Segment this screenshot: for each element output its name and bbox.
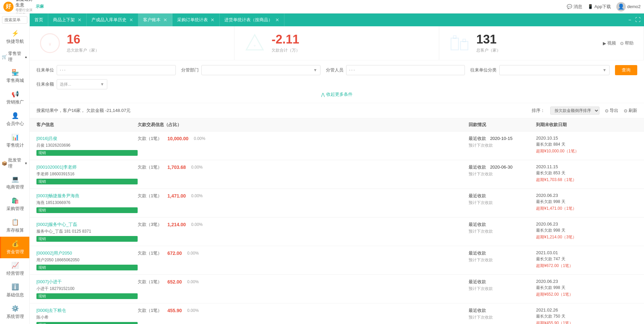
customer-name-4[interactable]: [000002]用户2050 (36, 250, 138, 256)
quick-nav-label: 快捷导航 (6, 38, 24, 45)
debt-row-0: 欠款（1笔） 10,000.00 0.00% (138, 136, 469, 142)
tab-stock-stats-close[interactable]: ✕ (275, 17, 279, 23)
filter-balance-input[interactable]: 选择... ▼ (57, 79, 107, 89)
customer-name-1[interactable]: [0001020001]李老师 (36, 164, 138, 170)
overdue-link-2[interactable]: 超期¥1,471.00（1笔） (536, 206, 637, 211)
table-row: [0002]服务中心_丁磊 服务中心_丁磊 181 0125 8371 现销 欠… (30, 217, 644, 246)
sidebar-item-retail-mall[interactable]: 🏪 零售商城 (0, 65, 29, 87)
debt-ratio-0: 0.00% (194, 136, 205, 141)
debt-row-1: 欠款（1笔） 1,703.68 0.00% (138, 164, 469, 170)
download-button[interactable]: 📱 App下载 (588, 4, 611, 10)
overdue-date-6: 2021.02.26 (536, 307, 637, 313)
sidebar-item-member-center[interactable]: 👤 会员中心 (0, 109, 29, 130)
sidebar: ⚡ 快捷导航 🛒 零售管理 ▲ 🏪 零售商城 📢 营销推广 👤 会员中心 � (0, 13, 30, 324)
filter-dept-input[interactable]: ▼ (201, 65, 320, 75)
filter-area: 往来单位 ··· 分管部门 ▼ (30, 60, 644, 103)
refresh-button[interactable]: ⊙ 刷新 (624, 108, 637, 114)
maximize-icon[interactable]: ⛶ (635, 17, 641, 23)
tab-stock-stats[interactable]: 进货单统计表（按商品） ✕ (220, 13, 284, 26)
minimize-icon[interactable]: － (627, 17, 633, 24)
overdue-days-2: 最长欠款 998 天 (536, 199, 637, 205)
debt-info-0: 欠款（1笔） 10,000.00 0.00% (138, 136, 469, 142)
overdue-link-3[interactable]: 超期¥1,214.00（3笔） (536, 234, 637, 240)
tab-bar: 首页 商品上下架 ✕ 产成品入库单历史 ✕ 客户账本 ✕ 采购订单统计表 ✕ (30, 13, 644, 26)
sidebar-item-system[interactable]: ⚙️ 系统管理 (0, 301, 29, 323)
collapse-button[interactable]: ⋀ 收起更多条件 (36, 89, 637, 99)
customer-name-2[interactable]: [0003]畅捷服务尹海燕 (36, 193, 138, 199)
sidebar-item-basic-info[interactable]: ℹ️ 基础信息 (0, 280, 29, 301)
sort-select[interactable]: 按欠款金额倒序排序 (550, 107, 599, 115)
tab-warehouse-history[interactable]: 产成品入库单历史 ✕ (87, 13, 138, 26)
tab-purchase-stats-close[interactable]: ✕ (211, 17, 215, 23)
results-text: 搜索结果中，客户16家 (36, 108, 81, 113)
debt-info-5: 欠款（1笔） 652.00 0.00% (138, 279, 469, 285)
recovery-info-1: 最近收款 2020-06-30 预计下次收款 (469, 164, 536, 177)
customer-name-5[interactable]: [0007]小进干 (36, 279, 138, 285)
sidebar-item-operations[interactable]: 📈 经营管理 (0, 258, 29, 280)
filter-unit-input[interactable]: ··· (57, 65, 176, 75)
overdue-date-4: 2021.03.01 (536, 250, 637, 255)
tab-customer-ledger[interactable]: 客户账本 ✕ (138, 13, 172, 26)
export-button[interactable]: ⊙ 导出 (605, 108, 618, 114)
search-input[interactable] (2, 16, 27, 24)
overdue-info-0: 2020.10.15 最长欠款 884 天 超期¥10,000.00（1笔） (536, 136, 637, 154)
tab-customer-ledger-close[interactable]: ✕ (163, 17, 167, 23)
overdue-link-0[interactable]: 超期¥10,000.00（1笔） (536, 148, 637, 154)
customer-name-6[interactable]: [0006]去下粮仓 (36, 307, 138, 314)
stat-card-2-info: -2.11 欠款合计（万） (272, 33, 300, 53)
tab-product-list[interactable]: 商品上下架 ✕ (48, 13, 87, 26)
overdue-info-4: 2021.03.01 最长欠款 747 天 超期¥672.00（1笔） (536, 250, 637, 269)
overdue-days-3: 最长欠款 998 天 (536, 228, 637, 233)
overdue-link-5[interactable]: 超期¥652.00（1笔） (536, 292, 637, 297)
ecommerce-icon: 💻 (11, 175, 19, 183)
total-customers-icon (449, 33, 470, 53)
retail-mall-icon: 🏪 (11, 69, 19, 76)
play-icon: ▶ (603, 41, 606, 46)
tab-home-label: 首页 (34, 17, 43, 23)
sidebar-item-purchase[interactable]: 🛍️ 采购管理 (0, 194, 29, 215)
sidebar-item-quick-nav[interactable]: ⚡ 快捷导航 (0, 26, 29, 48)
help-button[interactable]: ⊙ 帮助 (620, 40, 634, 46)
filter-person-input[interactable]: ··· (346, 65, 465, 75)
table-row: [000002]用户2050 用户2050 18665062050 现销 欠款（… (30, 246, 644, 275)
sidebar-item-finance[interactable]: 💰 资金管理 (0, 237, 29, 258)
tab-purchase-stats[interactable]: 采购订单统计表 ✕ (172, 13, 220, 26)
filter-classification-input[interactable]: ▼ (499, 65, 610, 75)
tab-warehouse-history-close[interactable]: ✕ (129, 17, 133, 23)
debt-customers-value: 16 (67, 33, 99, 46)
recovery-next-1: 预计下次收款 (469, 171, 536, 177)
recovery-info-3: 最近收款 预计下次收款 (469, 222, 536, 234)
main-layout: ⚡ 快捷导航 🛒 零售管理 ▲ 🏪 零售商城 📢 营销推广 👤 会员中心 � (0, 13, 644, 324)
sidebar-item-retail-stats[interactable]: 📊 零售统计 (0, 130, 29, 152)
wholesale-icon: 📦 (2, 161, 7, 166)
sidebar-item-ecommerce[interactable]: 💻 电商管理 (0, 172, 29, 194)
sidebar-search-area (0, 13, 29, 26)
customer-name-0[interactable]: [0016]吕俊 (36, 136, 138, 142)
customer-phone-3: 服务中心_丁磊 181 0125 8371 (36, 229, 138, 234)
customer-tag-4: 现销 (36, 265, 138, 270)
table-row: [0007]小进干 小进干 18279152100 现销 欠款（1笔） 652.… (30, 275, 644, 303)
search-button[interactable]: 查询 (615, 65, 637, 75)
overdue-info-2: 2020.06.23 最长欠款 998 天 超期¥1,471.00（1笔） (536, 193, 637, 211)
debt-amount-4: 672.00 (167, 251, 182, 256)
customer-name-3[interactable]: [0002]服务中心_丁磊 (36, 222, 138, 228)
tab-home[interactable]: 首页 (30, 13, 48, 26)
user-area[interactable]: 👤 demo2 (616, 2, 641, 11)
retail-stats-icon: 📊 (11, 134, 19, 141)
overdue-link-6[interactable]: 超期¥455.90（1笔） (536, 320, 637, 324)
results-info: 搜索结果中，客户16家， 欠款金额 -21,148.07元 (36, 108, 131, 114)
message-button[interactable]: 💬 消息 (567, 4, 582, 10)
table-row: [0016]吕俊 吕俊 13026203696 现销 欠款（1笔） 10,000… (30, 131, 644, 160)
overdue-link-1[interactable]: 超期¥1,703.68（1笔） (536, 177, 637, 183)
overdue-link-4[interactable]: 超期¥672.00（1笔） (536, 263, 637, 269)
sidebar-item-wholesale[interactable]: 📦 批发管理 ▼ (0, 154, 29, 172)
filter-dept: 分管部门 ▼ (181, 65, 320, 75)
video-button[interactable]: ▶ 视频 (603, 40, 616, 46)
wholesale-label: 批发管理 (8, 157, 23, 169)
retail-stats-label: 零售统计 (6, 142, 24, 148)
sidebar-item-inventory[interactable]: 📋 库存核算 (0, 215, 29, 237)
sidebar-item-retail-mgmt[interactable]: 🛒 零售管理 ▲ (0, 48, 29, 65)
sidebar-item-marketing[interactable]: 📢 营销推广 (0, 87, 29, 109)
tab-product-list-close[interactable]: ✕ (78, 17, 82, 23)
overdue-info-3: 2020.06.23 最长欠款 998 天 超期¥1,214.00（3笔） (536, 222, 637, 240)
